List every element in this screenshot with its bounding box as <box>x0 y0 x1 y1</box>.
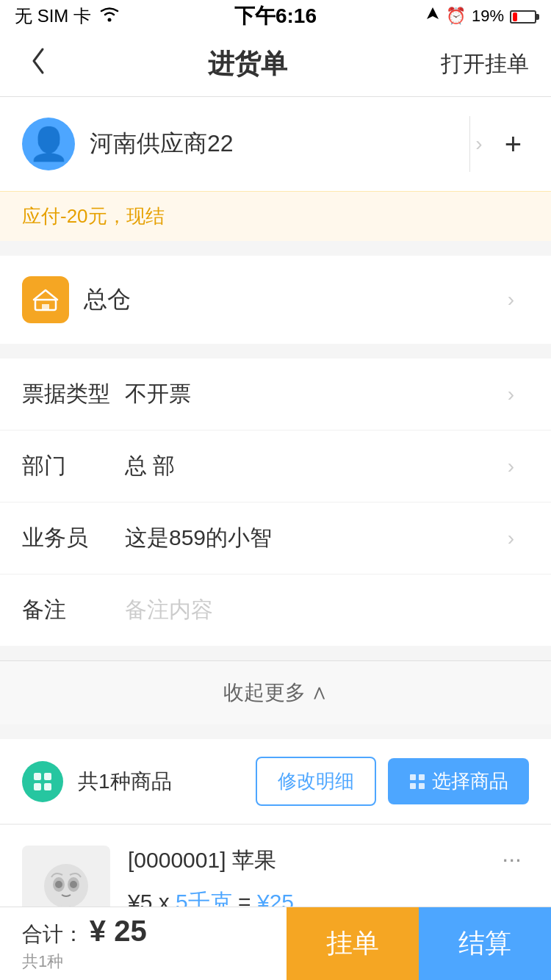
remark-label: 备注 <box>22 595 125 625</box>
salesperson-label: 业务员 <box>22 523 125 553</box>
carrier-text: 无 SIM 卡 <box>15 4 91 28</box>
select-product-label: 选择商品 <box>432 768 508 794</box>
nav-bar: 进货单 打开挂单 <box>0 32 551 97</box>
department-label: 部门 <box>22 451 125 481</box>
svg-point-11 <box>44 864 88 908</box>
checkout-button[interactable]: 结算 <box>419 907 551 981</box>
warehouse-section: 总仓 › <box>0 256 551 344</box>
supplier-notice: 应付-20元，现结 <box>0 191 551 241</box>
svg-rect-6 <box>44 783 51 790</box>
back-button[interactable] <box>22 39 54 90</box>
collapse-toggle[interactable]: 收起更多 ∧ <box>0 660 551 724</box>
supplier-left: 👤 河南供应商22 <box>22 118 461 170</box>
page-title: 进货单 <box>208 46 287 82</box>
remark-row[interactable]: 备注 备注内容 <box>0 574 551 646</box>
svg-rect-3 <box>34 773 41 780</box>
select-product-button[interactable]: 选择商品 <box>388 758 529 804</box>
salesperson-value: 这是859的小智 <box>125 523 493 553</box>
salesperson-chevron-icon: › <box>508 527 514 550</box>
warehouse-chevron-icon: › <box>508 288 514 311</box>
svg-point-0 <box>108 18 112 22</box>
svg-point-14 <box>55 881 62 888</box>
svg-rect-2 <box>42 304 49 310</box>
status-right: ⏰ 19% <box>425 6 536 26</box>
invoice-type-chevron-icon: › <box>508 383 514 406</box>
total-section: 合计： ¥ 25 共1种 <box>0 915 287 973</box>
warehouse-name: 总仓 <box>84 284 493 316</box>
pending-button[interactable]: 挂单 <box>287 907 419 981</box>
status-left: 无 SIM 卡 <box>15 4 120 28</box>
supplier-row[interactable]: 👤 河南供应商22 › + <box>0 97 551 191</box>
total-row: 合计： ¥ 25 <box>22 915 264 948</box>
salesperson-row[interactable]: 业务员 这是859的小智 › <box>0 502 551 574</box>
department-row[interactable]: 部门 总 部 › <box>0 430 551 502</box>
alarm-icon: ⏰ <box>446 7 466 26</box>
svg-rect-7 <box>410 774 416 780</box>
location-icon <box>425 6 440 26</box>
battery-percent: 19% <box>472 7 504 26</box>
svg-rect-8 <box>419 774 425 780</box>
invoice-type-row[interactable]: 票据类型 不开票 › <box>0 359 551 430</box>
edit-detail-button[interactable]: 修改明细 <box>256 757 376 806</box>
products-count-label: 共1种商品 <box>78 768 256 796</box>
supplier-section: 👤 河南供应商22 › + 应付-20元，现结 <box>0 97 551 241</box>
warehouse-row[interactable]: 总仓 › <box>0 256 551 344</box>
total-count: 共1种 <box>22 952 63 970</box>
bottom-bar: 合计： ¥ 25 共1种 挂单 结算 <box>0 907 551 980</box>
remark-placeholder: 备注内容 <box>125 595 529 625</box>
svg-rect-4 <box>44 773 51 780</box>
svg-rect-10 <box>419 783 425 789</box>
supplier-chevron-icon: › <box>475 132 482 156</box>
svg-point-15 <box>70 881 77 888</box>
invoice-type-label: 票据类型 <box>22 379 125 409</box>
total-label: 合计： <box>22 923 84 945</box>
supplier-name: 河南供应商22 <box>90 128 234 160</box>
add-supplier-button[interactable]: + <box>497 128 529 161</box>
product-more-button[interactable]: ··· <box>494 846 529 873</box>
invoice-type-value: 不开票 <box>125 379 493 409</box>
supplier-avatar: 👤 <box>22 118 75 170</box>
product-name: [0000001] 苹果 <box>128 846 494 876</box>
department-chevron-icon: › <box>508 455 514 478</box>
battery-icon <box>510 7 536 26</box>
wifi-icon <box>98 6 120 26</box>
svg-rect-9 <box>410 783 416 789</box>
open-pending-button[interactable]: 打开挂单 <box>441 49 529 79</box>
status-time: 下午6:16 <box>234 2 317 30</box>
products-icon <box>22 761 63 802</box>
svg-rect-5 <box>34 783 41 790</box>
form-section: 票据类型 不开票 › 部门 总 部 › 业务员 这是859的小智 › 备注 备注… <box>0 359 551 646</box>
products-header: 共1种商品 修改明细 选择商品 <box>0 739 551 824</box>
status-bar: 无 SIM 卡 下午6:16 ⏰ 19% <box>0 0 551 32</box>
warehouse-icon <box>22 276 69 323</box>
department-value: 总 部 <box>125 451 493 481</box>
total-amount: ¥ 25 <box>90 915 147 947</box>
supplier-divider <box>469 116 470 173</box>
